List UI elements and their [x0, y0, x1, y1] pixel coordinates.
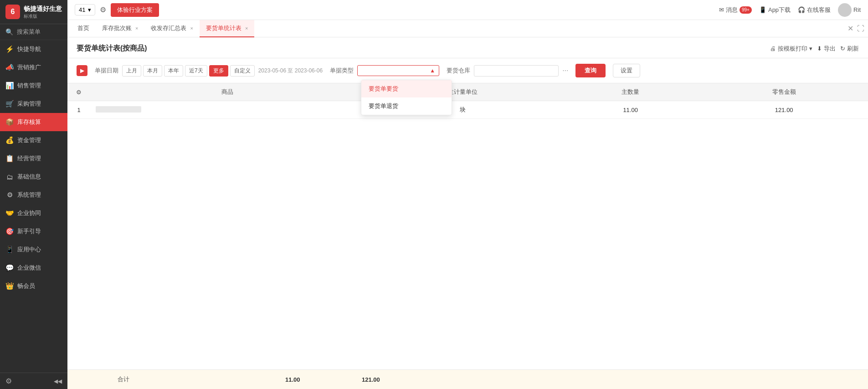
page-header: 要货单统计表(按商品) 🖨 按模板打印 ▾ ⬇ 导出 ↻ 刷新: [67, 37, 868, 58]
warehouse-more-icon[interactable]: ···: [562, 67, 568, 75]
sidebar-settings-icon[interactable]: ⚙: [5, 377, 12, 385]
th-qty: 主数量: [561, 83, 700, 101]
trial-button[interactable]: 体验行业方案: [111, 3, 159, 17]
tab-close-order-summary[interactable]: ×: [245, 26, 248, 31]
sidebar-label-app-center: 应用中心: [17, 246, 41, 254]
sidebar-label-marketing: 营销推广: [17, 63, 41, 72]
sidebar-item-member[interactable]: 👑 畅会员: [0, 277, 67, 295]
dropdown-item-order[interactable]: 要货单要货: [361, 80, 452, 97]
sidebar-item-sales[interactable]: 📊 销售管理: [0, 77, 67, 95]
user-name: Rit: [853, 6, 861, 13]
refresh-icon: ↻: [840, 45, 845, 52]
sidebar-item-finance[interactable]: 💰 资金管理: [0, 131, 67, 149]
sidebar-icon-operations: 📋: [5, 154, 14, 163]
sidebar-item-basic-info[interactable]: 🗂 基础信息: [0, 168, 67, 186]
row-num: 1: [67, 101, 90, 119]
sidebar-icon-system: ⚙: [5, 191, 14, 199]
messages-button[interactable]: ✉ 消息 99+: [719, 6, 752, 14]
footer-qty: 11.00: [285, 376, 340, 383]
warehouse-input[interactable]: [474, 65, 559, 77]
online-service-label: 在线客服: [807, 6, 831, 14]
th-gear[interactable]: ⚙: [67, 83, 90, 101]
avatar: [838, 3, 852, 17]
sidebar-item-app-center[interactable]: 📱 应用中心: [0, 241, 67, 259]
sidebar-logo: 6 畅捷通好生意 标准版: [0, 0, 67, 24]
close-all-icon[interactable]: ✕: [847, 24, 853, 33]
data-table: ⚙ 商品 主计量单位 主数量 零售金额 1 块 11.00 121.00: [67, 83, 868, 119]
app-download-label: App下载: [768, 6, 791, 14]
sidebar-item-inventory[interactable]: 📦 库存核算: [0, 113, 67, 131]
print-icon: 🖨: [770, 45, 776, 52]
product-placeholder: [96, 106, 141, 113]
sidebar-label-basic-info: 基础信息: [17, 173, 41, 181]
store-num: 41: [79, 6, 85, 13]
export-button[interactable]: ⬇ 导出: [817, 45, 836, 53]
date-buttons: 上月 本月 本年 近7天 更多 自定义: [122, 65, 255, 77]
messages-badge: 99+: [740, 6, 752, 14]
warehouse-filter-group: 要货仓库 ···: [447, 65, 568, 77]
sidebar-icon-inventory: 📦: [5, 118, 14, 126]
query-button[interactable]: 查询: [575, 64, 606, 77]
type-select[interactable]: ▲: [357, 65, 439, 76]
sidebar-icon-basic-info: 🗂: [5, 173, 14, 181]
date-filter-group: 单据日期 上月 本月 本年 近7天 更多 自定义 2023-05-06 至 20…: [95, 65, 323, 77]
last-7days-btn[interactable]: 近7天: [185, 65, 207, 77]
table-header: ⚙ 商品 主计量单位 主数量 零售金额: [67, 83, 868, 101]
table-wrap: ⚙ 商品 主计量单位 主数量 零售金额 1 块 11.00 121.00: [67, 83, 868, 369]
row-amount: 121.00: [700, 101, 868, 119]
sidebar-label-sales: 销售管理: [17, 82, 41, 90]
sidebar-label-quick-nav: 快捷导航: [17, 45, 41, 53]
user-avatar-button[interactable]: Rit: [838, 3, 861, 17]
this-year-btn[interactable]: 本年: [164, 65, 183, 77]
message-icon: ✉: [719, 6, 724, 13]
sidebar: 6 畅捷通好生意 标准版 🔍 搜索菜单 ⚡ 快捷导航 📣 营销推广 📊 销售管理…: [0, 0, 67, 389]
store-selector[interactable]: 41 ▾: [75, 4, 95, 15]
row-qty: 11.00: [561, 101, 700, 119]
sidebar-label-cooperation: 企业协同: [17, 209, 41, 217]
page-content: 要货单统计表(按商品) 🖨 按模板打印 ▾ ⬇ 导出 ↻ 刷新 ▶: [67, 37, 868, 389]
topbar-right: ✉ 消息 99+ 📱 App下载 🎧 在线客服 Rit: [719, 3, 861, 17]
sidebar-item-system[interactable]: ⚙ 系统管理: [0, 186, 67, 204]
sidebar-item-guide[interactable]: 🎯 新手引导: [0, 222, 67, 241]
tab-inventory-batch[interactable]: 库存批次账×: [96, 20, 144, 37]
custom-btn[interactable]: 自定义: [230, 65, 255, 77]
tab-home[interactable]: 首页: [71, 20, 96, 37]
tab-label-inventory-batch: 库存批次账: [102, 24, 132, 32]
this-month-btn[interactable]: 本月: [143, 65, 162, 77]
app-name: 畅捷通好生意: [24, 5, 62, 13]
tab-close-receive-summary[interactable]: ×: [190, 26, 193, 31]
maximize-icon[interactable]: ⛶: [857, 25, 864, 33]
filter-expand-button[interactable]: ▶: [77, 65, 87, 76]
settings-button[interactable]: 设置: [613, 64, 640, 77]
sidebar-item-wechat[interactable]: 💬 企业微信: [0, 259, 67, 277]
footer-label: 合计: [118, 375, 209, 384]
dropdown-item-return[interactable]: 要货单退货: [361, 97, 452, 115]
page-header-actions: 🖨 按模板打印 ▾ ⬇ 导出 ↻ 刷新: [770, 45, 859, 53]
sidebar-item-cooperation[interactable]: 🤝 企业协同: [0, 204, 67, 222]
type-dropdown-menu: 要货单要货 要货单退货: [361, 80, 452, 115]
sidebar-icon-marketing: 📣: [5, 63, 14, 72]
th-product: 商品: [90, 83, 364, 101]
tab-receive-summary[interactable]: 收发存汇总表×: [144, 20, 199, 37]
filter-bar: ▶ 单据日期 上月 本月 本年 近7天 更多 自定义 2023-05-06 至 …: [67, 58, 868, 83]
sidebar-collapse-icon[interactable]: ◀◀: [54, 378, 62, 384]
sidebar-item-quick-nav[interactable]: ⚡ 快捷导航: [0, 40, 67, 58]
sidebar-label-inventory: 库存核算: [17, 118, 41, 126]
last-month-btn[interactable]: 上月: [122, 65, 141, 77]
sidebar-item-marketing[interactable]: 📣 营销推广: [0, 58, 67, 77]
topbar-gear-button[interactable]: ⚙: [100, 5, 106, 14]
sidebar-icon-purchase: 🛒: [5, 100, 14, 108]
sidebar-item-operations[interactable]: 📋 经营管理: [0, 149, 67, 168]
more-btn[interactable]: 更多: [209, 65, 228, 77]
warehouse-filter-label: 要货仓库: [447, 67, 470, 75]
chevron-up-icon: ▲: [430, 67, 435, 74]
refresh-button[interactable]: ↻ 刷新: [840, 45, 859, 53]
sidebar-item-purchase[interactable]: 🛒 采购管理: [0, 95, 67, 113]
tab-close-inventory-batch[interactable]: ×: [135, 26, 138, 31]
tab-order-summary[interactable]: 要货单统计表×: [200, 20, 254, 37]
app-download-button[interactable]: 📱 App下载: [759, 6, 791, 14]
print-button[interactable]: 🖨 按模板打印 ▾: [770, 45, 812, 53]
online-service-button[interactable]: 🎧 在线客服: [798, 6, 831, 14]
tab-label-order-summary: 要货单统计表: [206, 24, 241, 32]
sidebar-search[interactable]: 🔍 搜索菜单: [0, 24, 67, 40]
